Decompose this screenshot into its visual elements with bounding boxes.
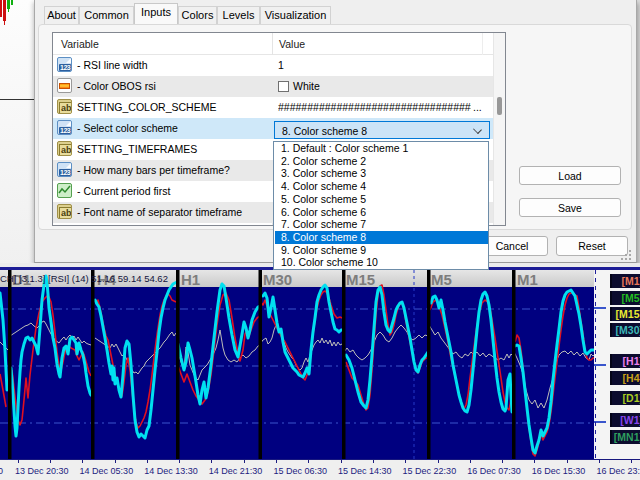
- svg-text:M30: M30: [263, 271, 292, 288]
- svg-text:M15: M15: [346, 271, 375, 288]
- svg-text:M5: M5: [431, 271, 452, 288]
- svg-text:H1: H1: [181, 271, 200, 288]
- svg-text:CH] [3.1.3] [RSI] (14) 51.16 5: CH] [3.1.3] [RSI] (14) 51.16 59.14 54.62: [0, 273, 168, 284]
- svg-text:M1: M1: [517, 271, 538, 288]
